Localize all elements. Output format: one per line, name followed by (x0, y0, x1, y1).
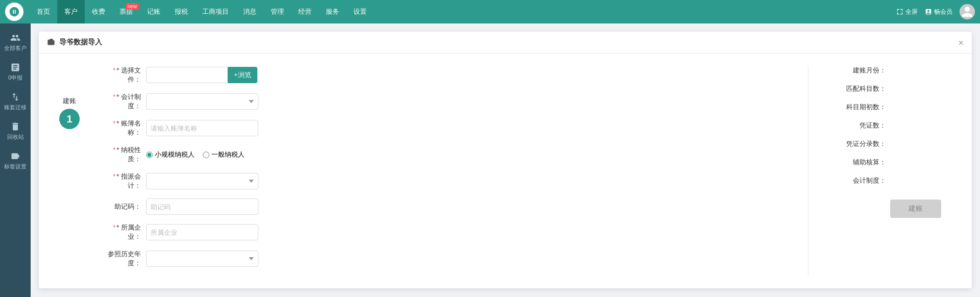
memo-input[interactable] (146, 199, 258, 215)
sidebar-item-zero-report[interactable]: 0申报 (0, 58, 31, 86)
match-subjects-row: 匹配科目数： (839, 84, 951, 93)
step-circle: 1 (59, 109, 80, 129)
ledger-name-row: ** 账簿名称： (100, 119, 798, 137)
nav-item-客户[interactable]: 客户 (57, 0, 85, 23)
browse-button[interactable]: +浏览 (228, 67, 257, 83)
tax-small-radio[interactable]: 小规模纳税人 (146, 150, 195, 159)
info-accounting-system-row: 会计制度： (839, 176, 951, 185)
history-year-select[interactable] (146, 251, 258, 267)
match-subjects-label: 匹配科目数： (839, 84, 890, 93)
member-btn[interactable]: 畅会员 (925, 8, 952, 16)
dialog-header: 导爷数据导入 (39, 32, 972, 54)
nav-right: 全屏 畅会员 (896, 4, 975, 19)
accountant-row: ** 指派会计： (100, 172, 798, 190)
step-indicator: 建账 1 (59, 66, 100, 276)
create-account-button[interactable]: 建账 (890, 200, 941, 218)
file-input-group: +浏览 (146, 67, 257, 83)
main-content: 导爷数据导入 × 建账 1 ** 选择文件： (31, 23, 980, 297)
sidebar-item-tag-settings[interactable]: 标签设置 (0, 147, 31, 175)
history-year-label: 参照历史年度： (100, 250, 146, 268)
nav-item-消息[interactable]: 消息 (236, 0, 264, 23)
nav-item-经营[interactable]: 经营 (291, 0, 319, 23)
file-label: ** 选择文件： (100, 66, 146, 84)
info-accounting-system-label: 会计制度： (839, 176, 890, 185)
panel-divider (808, 66, 808, 276)
subjects-initial-row: 科目期初数： (839, 103, 951, 112)
accountant-select[interactable] (146, 173, 258, 189)
nav-item-报税[interactable]: 报税 (168, 0, 195, 23)
right-info-panel: 建账月份： 匹配科目数： 科目期初数： 凭证数： (819, 66, 951, 276)
user-avatar[interactable] (960, 4, 975, 19)
tax-type-row: ** 纳税性质： 小规模纳税人 一般纳税人 (100, 145, 798, 164)
tax-type-label: ** 纳税性质： (100, 145, 146, 164)
auxiliary-row: 辅助核算： (839, 158, 951, 167)
accountant-label: ** 指派会计： (100, 172, 146, 190)
nav-item-票据[interactable]: 票据new (112, 0, 140, 23)
sidebar-item-all-clients[interactable]: 全部客户 (0, 29, 31, 56)
voucher-entries-label: 凭证分录数： (839, 139, 890, 148)
sidebar: 全部客户 0申报 账套迁移 回收站 标签设置 (0, 23, 31, 297)
voucher-count-row: 凭证数： (839, 121, 951, 130)
history-year-row: 参照历史年度： (100, 250, 798, 268)
nav-item-服务[interactable]: 服务 (319, 0, 346, 23)
tax-general-radio[interactable]: 一般纳税人 (203, 150, 245, 159)
step-label: 建账 (63, 96, 76, 106)
voucher-count-label: 凭证数： (839, 121, 890, 130)
accounting-system-select[interactable] (146, 93, 258, 110)
voucher-entries-row: 凭证分录数： (839, 139, 951, 148)
memo-row: 助记码： (100, 199, 798, 215)
sidebar-item-transfer[interactable]: 账套迁移 (0, 88, 31, 115)
app-logo[interactable] (5, 3, 23, 21)
file-input[interactable] (146, 67, 228, 83)
ledger-name-input[interactable] (146, 120, 258, 136)
accounting-system-row: ** 会计制度： (100, 92, 798, 111)
dialog: 导爷数据导入 × 建账 1 ** 选择文件： (39, 32, 972, 288)
nav-badge: new (126, 3, 139, 10)
subjects-initial-label: 科目期初数： (839, 103, 890, 112)
dialog-body: 建账 1 ** 选择文件： +浏览 (39, 54, 972, 288)
top-navigation: 首页客户收费票据new记账报税工商项目消息管理经营服务设置 全屏 畅会员 (0, 0, 980, 23)
dialog-close-button[interactable]: × (958, 38, 964, 48)
month-row: 建账月份： (839, 66, 951, 75)
fullscreen-btn[interactable]: 全屏 (896, 8, 918, 16)
accounting-system-label: ** 会计制度： (100, 92, 146, 111)
file-row: ** 选择文件： +浏览 (100, 66, 798, 84)
tax-type-radio-group: 小规模纳税人 一般纳税人 (146, 150, 245, 159)
memo-label: 助记码： (100, 202, 146, 211)
ledger-name-label: ** 账簿名称： (100, 119, 146, 137)
month-label: 建账月份： (839, 66, 890, 75)
nav-item-收费[interactable]: 收费 (85, 0, 112, 23)
nav-item-记账[interactable]: 记账 (140, 0, 168, 23)
nav-items: 首页客户收费票据new记账报税工商项目消息管理经营服务设置 (30, 0, 896, 23)
nav-item-管理[interactable]: 管理 (264, 0, 291, 23)
nav-item-工商项目[interactable]: 工商项目 (195, 0, 236, 23)
company-row: ** 所属企业： (100, 223, 798, 241)
form-area: ** 选择文件： +浏览 ** 会计制度： (100, 66, 798, 276)
sidebar-item-trash[interactable]: 回收站 (0, 117, 31, 145)
nav-item-首页[interactable]: 首页 (30, 0, 57, 23)
dialog-title: 导爷数据导入 (59, 38, 102, 47)
auxiliary-label: 辅助核算： (839, 158, 890, 167)
nav-item-设置[interactable]: 设置 (346, 0, 374, 23)
company-input[interactable] (146, 224, 258, 240)
company-label: ** 所属企业： (100, 223, 146, 241)
